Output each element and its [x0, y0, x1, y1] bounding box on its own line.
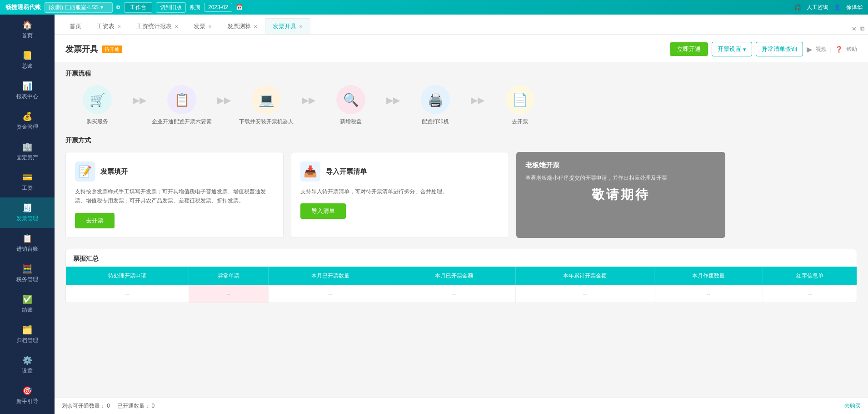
- sidebar-item-ledger[interactable]: 📒 总账: [0, 45, 55, 76]
- sidebar-item-member[interactable]: 👑 畅会员: [0, 411, 55, 414]
- invoice-icon: 🧾: [22, 203, 32, 213]
- calendar-icon[interactable]: 📅: [236, 4, 243, 10]
- summary-section: 票据汇总 待处理开票申请 异常单票 本月已开票数量 本月已开票金额 本年累计开票…: [65, 249, 857, 303]
- flow-arrow-5: ▶▶: [471, 95, 484, 116]
- top-bar: 畅捷通易代账 (勿删) 江西服室-LSS ▾ ⧉ 工作台 切到旧版 账期 202…: [0, 0, 868, 15]
- flow-step-download-robot: 💻 下载并安装开票机器人: [234, 85, 298, 126]
- start-invoice-icon: 📄: [505, 85, 534, 114]
- salary-icon: 💳: [22, 172, 32, 182]
- tab-salary-table-close[interactable]: ✕: [117, 24, 121, 29]
- import-list-desc: 支持导入待开票清单，可对待开票清单进行拆分、合并处理。: [300, 187, 499, 196]
- sidebar-item-reports[interactable]: 📊 报表中心: [0, 76, 55, 106]
- switch-old-button[interactable]: 切到旧版: [156, 2, 186, 13]
- user-name[interactable]: 徐泽华: [846, 4, 863, 11]
- sidebar-item-salary[interactable]: 💳 工资: [0, 167, 55, 197]
- sidebar-item-settlement[interactable]: ✅ 结账: [0, 289, 55, 319]
- settings-dropdown-icon: ▾: [743, 46, 746, 53]
- period-value[interactable]: 2023-02: [204, 3, 232, 12]
- sidebar-item-guide[interactable]: 🎯 新手引导: [0, 380, 55, 411]
- tab-invoice-calc-close[interactable]: ✕: [254, 24, 257, 29]
- top-right-actions: 🎧 人工咨询 👤 徐泽华: [794, 4, 863, 11]
- help-label[interactable]: 帮助: [846, 45, 857, 53]
- tab-invoices-label: 发票: [194, 22, 205, 30]
- flow-step-buy-service: 🛒 购买服务: [65, 85, 129, 126]
- sidebar-label-reports: 报表中心: [16, 93, 38, 101]
- human-support-label[interactable]: 人工咨询: [807, 4, 828, 11]
- main-area: 首页 工资表 ✕ 工资统计报表 ✕ 发票 ✕ 发票测算 ✕ 发票开具 ✕: [55, 15, 868, 414]
- tab-salary-stats[interactable]: 工资统计报表 ✕: [129, 18, 186, 34]
- query-button[interactable]: 异常清单查询: [756, 42, 803, 56]
- manual-fill-title: 发票填开: [100, 167, 128, 176]
- import-list-button[interactable]: 导入清单: [300, 203, 346, 219]
- tab-invoices-close[interactable]: ✕: [208, 24, 212, 29]
- flow-step-start-invoice: 📄 去开票: [488, 85, 552, 126]
- sidebar-label-tax: 税务管理: [16, 276, 38, 283]
- manual-fill-header: 📝 发票填开: [75, 162, 274, 182]
- content-body: 开票流程 🛒 购买服务 ▶▶ 📋 企业开通配置开票六要素 ▶▶: [55, 62, 868, 310]
- tab-salary-table[interactable]: 工资表 ✕: [89, 18, 129, 34]
- flow-step-enterprise-setup: 📋 企业开通配置开票六要素: [150, 85, 214, 126]
- sidebar-item-archive[interactable]: 🗂️ 归档管理: [0, 319, 55, 350]
- sidebar-label-salary: 工资: [22, 184, 33, 192]
- sidebar-item-funds[interactable]: 💰 资金管理: [0, 106, 55, 136]
- tab-invoice-issue[interactable]: 发票开具 ✕: [265, 18, 310, 34]
- remaining-label: 剩余可开通数量： 0: [62, 402, 110, 410]
- settings-button[interactable]: 开票设置 ▾: [712, 42, 752, 56]
- sidebar-label-settlement: 结账: [22, 306, 33, 314]
- flow-arrow-4: ▶▶: [386, 95, 400, 116]
- bottom-bar-left: 剩余可开通数量： 0 已开通数量： 0: [62, 402, 155, 410]
- tab-invoice-issue-label: 发票开具: [273, 22, 296, 30]
- tab-invoice-issue-close[interactable]: ✕: [299, 24, 303, 29]
- sidebar-item-home[interactable]: 🏠 首页: [0, 15, 55, 45]
- import-list-title: 导入开票清单: [326, 167, 367, 176]
- sidebar-label-funds: 资金管理: [16, 123, 38, 131]
- sidebar-label-invoice: 发票管理: [16, 215, 38, 222]
- tab-salary-stats-close[interactable]: ✕: [175, 24, 178, 29]
- go-invoice-button[interactable]: 去开票: [75, 213, 115, 228]
- sidebar-item-settings[interactable]: ⚙️ 设置: [0, 350, 55, 380]
- divider-1: |: [830, 46, 832, 53]
- restore-window-icon[interactable]: ⧉: [860, 25, 864, 32]
- page-title-row: 发票开具 待开通: [65, 44, 122, 55]
- sidebar-label-archive: 归档管理: [16, 337, 38, 344]
- home-icon: 🏠: [22, 20, 32, 30]
- tab-invoices[interactable]: 发票 ✕: [186, 18, 219, 34]
- video-label[interactable]: 视频: [816, 45, 827, 53]
- workbench-button[interactable]: 工作台: [124, 2, 152, 13]
- sidebar-label-home: 首页: [22, 32, 33, 40]
- manual-fill-icon: 📝: [75, 162, 95, 182]
- flow-arrow-3: ▶▶: [302, 95, 315, 116]
- human-support-icon: 🎧: [794, 4, 801, 10]
- summary-cell-month-amount: --: [392, 285, 516, 303]
- copy-icon[interactable]: ⧉: [116, 4, 120, 10]
- buy-link[interactable]: 去购买: [844, 402, 861, 410]
- flow-arrow-2: ▶▶: [217, 95, 231, 116]
- flow-step-download-robot-label: 下载并安装开票机器人: [239, 118, 294, 126]
- open-now-button[interactable]: 立即开通: [670, 42, 708, 56]
- sidebar-item-tax[interactable]: 🧮 税务管理: [0, 258, 55, 289]
- tab-home[interactable]: 首页: [62, 18, 89, 34]
- methods-row: 📝 发票填开 支持按照发票样式手工填写开发票；可开具增值税电子普通发票、增值税普…: [65, 152, 857, 238]
- tab-invoice-calc-label: 发票测算: [227, 22, 251, 30]
- company-selector[interactable]: (勿删) 江西服室-LSS ▾: [45, 2, 113, 13]
- tab-invoice-calc[interactable]: 发票测算 ✕: [219, 18, 265, 34]
- ledger-icon: 📒: [22, 50, 32, 61]
- guide-icon: 🎯: [22, 386, 32, 396]
- summary-header-month-count: 本月已开票数量: [269, 267, 392, 285]
- assets-icon: 🏢: [22, 142, 32, 152]
- add-tax-icon: 🔍: [336, 85, 365, 114]
- summary-cell-void-count: --: [654, 285, 763, 303]
- sidebar-item-assets[interactable]: 🏢 固定资产: [0, 136, 55, 167]
- tab-home-label: 首页: [70, 22, 81, 30]
- summary-table: 待处理开票申请 异常单票 本月已开票数量 本月已开票金额 本年累计开票金额 本月…: [66, 267, 857, 303]
- top-bar-left: 畅捷通易代账 (勿删) 江西服室-LSS ▾ ⧉ 工作台 切到旧版 账期 202…: [5, 2, 243, 13]
- sidebar-item-purchase-sale[interactable]: 📋 进销台账: [0, 228, 55, 258]
- summary-cell-month-count: --: [269, 285, 392, 303]
- summary-cell-abnormal: --: [189, 285, 269, 303]
- sidebar-label-settings: 设置: [22, 367, 33, 375]
- settings-button-label: 开票设置: [718, 45, 741, 53]
- sidebar-item-invoice[interactable]: 🧾 发票管理: [0, 197, 55, 228]
- summary-cell-red-info: --: [763, 285, 857, 303]
- opened-text: 已开通数量：: [117, 403, 150, 409]
- close-window-icon[interactable]: ✕: [852, 25, 857, 32]
